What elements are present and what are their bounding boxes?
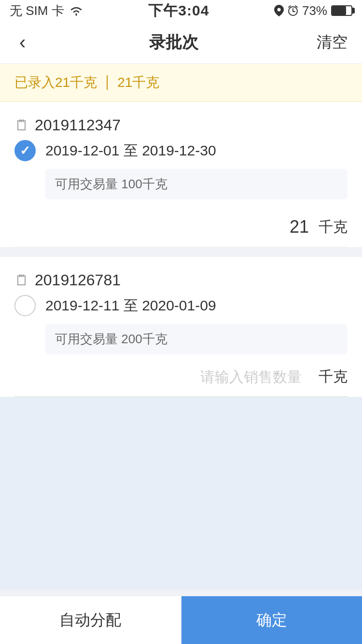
batch-1-quantity-row: 21 千克 bbox=[14, 207, 348, 247]
summary-value: 21千克 bbox=[117, 73, 159, 92]
batch-2-card: 🗒 2019126781 2019-12-11 至 2020-01-09 可用交… bbox=[0, 257, 362, 397]
status-right: 73% bbox=[274, 3, 352, 18]
doc-icon-1: 🗒 bbox=[14, 117, 29, 134]
bottom-bar: 自动分配 确定 bbox=[0, 596, 362, 644]
batch-1-card: 🗒 2019112347 2019-12-01 至 2019-12-30 可用交… bbox=[0, 102, 362, 247]
batch-1-date-row[interactable]: 2019-12-01 至 2019-12-30 bbox=[14, 140, 348, 161]
wifi-icon bbox=[69, 5, 84, 16]
content-area: 已录入21千克 21千克 🗒 2019112347 2019-12-01 至 2… bbox=[0, 64, 362, 638]
batch-2-date-row[interactable]: 2019-12-11 至 2020-01-09 bbox=[14, 295, 348, 316]
batch-2-quantity-input[interactable] bbox=[14, 369, 309, 385]
batch-1-header: 🗒 2019112347 bbox=[14, 116, 348, 134]
summary-divider bbox=[107, 75, 108, 90]
batch-1-radio[interactable] bbox=[14, 140, 36, 161]
batch-2-radio[interactable] bbox=[14, 295, 36, 316]
status-time: 下午3:04 bbox=[148, 1, 209, 21]
blue-empty-area bbox=[0, 397, 362, 590]
back-button[interactable]: ‹ bbox=[14, 27, 30, 58]
batch-1-quantity-value: 21 bbox=[290, 217, 309, 237]
summary-label: 已录入21千克 bbox=[14, 73, 97, 92]
alarm-icon bbox=[288, 5, 298, 16]
page-title: 录批次 bbox=[149, 31, 198, 54]
confirm-button[interactable]: 确定 bbox=[181, 596, 362, 644]
sim-text: 无 SIM 卡 bbox=[10, 2, 64, 19]
batch-2-available: 可用交易量 200千克 bbox=[45, 324, 348, 354]
location-icon bbox=[274, 5, 284, 16]
batch-1-unit: 千克 bbox=[319, 217, 348, 237]
auto-distribute-button[interactable]: 自动分配 bbox=[0, 596, 181, 644]
batch-1-available: 可用交易量 100千克 bbox=[45, 169, 348, 199]
batch-2-unit: 千克 bbox=[319, 367, 348, 387]
svg-point-0 bbox=[277, 8, 280, 12]
batch-2-header: 🗒 2019126781 bbox=[14, 271, 348, 289]
battery-icon bbox=[331, 5, 352, 16]
clear-button[interactable]: 清空 bbox=[317, 32, 348, 53]
batch-1-date: 2019-12-01 至 2019-12-30 bbox=[45, 141, 216, 161]
status-left: 无 SIM 卡 bbox=[10, 2, 84, 19]
batch-2-id: 2019126781 bbox=[35, 271, 121, 289]
section-gap-1 bbox=[0, 247, 362, 257]
batch-2-date: 2019-12-11 至 2020-01-09 bbox=[45, 296, 216, 316]
nav-bar: ‹ 录批次 清空 bbox=[0, 21, 362, 64]
batch-2-input-row[interactable]: 千克 bbox=[14, 362, 348, 397]
doc-icon-2: 🗒 bbox=[14, 272, 29, 289]
batch-1-id: 2019112347 bbox=[35, 116, 121, 134]
summary-bar: 已录入21千克 21千克 bbox=[0, 64, 362, 102]
status-bar: 无 SIM 卡 下午3:04 73% bbox=[0, 0, 362, 21]
battery-percent: 73% bbox=[302, 3, 327, 18]
